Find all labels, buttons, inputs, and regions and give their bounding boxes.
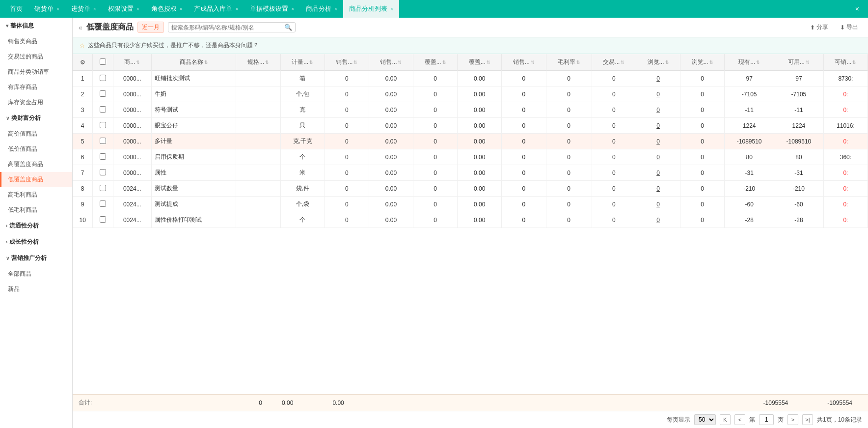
select-all-checkbox[interactable]	[100, 58, 106, 65]
sort-unit-icon[interactable]: ⇅	[309, 60, 313, 65]
sidebar-item-category-sales-rate[interactable]: 商品分类动销率	[0, 64, 72, 80]
sort-browse1-icon[interactable]: ⇅	[665, 60, 669, 65]
table-row: 90024...测试提成个,袋00.0000.0000000-60-600:	[73, 197, 868, 212]
sidebar-item-high-margin[interactable]: 高毛利商品	[0, 187, 72, 202]
sort-coverage2-icon[interactable]: ⇅	[487, 60, 490, 65]
search-input[interactable]	[171, 24, 284, 31]
table-cell[interactable]	[93, 165, 113, 181]
sort-coverage1-icon[interactable]: ⇅	[442, 60, 446, 65]
col-checkbox-header[interactable]	[93, 54, 113, 71]
row-checkbox[interactable]	[100, 185, 106, 191]
table-cell: 0	[592, 134, 636, 149]
page-of-label: 页	[778, 416, 784, 424]
share-button[interactable]: ⬆ 分享	[806, 22, 832, 33]
sort-current-icon[interactable]: ⇅	[756, 60, 760, 65]
table-cell: 0	[413, 149, 458, 165]
export-button[interactable]: ⬇ 导出	[836, 22, 862, 33]
sort-code-icon[interactable]: ⇅	[136, 60, 140, 65]
sidebar-section-growth[interactable]: › 成长性分析	[0, 234, 72, 250]
sort-sales-qty-icon[interactable]: ⇅	[353, 60, 357, 65]
close-finished-goods-icon[interactable]: ×	[235, 6, 238, 12]
table-cell[interactable]	[93, 118, 113, 134]
row-checkbox[interactable]	[100, 138, 106, 144]
close-product-analysis-list-icon[interactable]: ×	[390, 6, 393, 12]
table-cell: 0	[680, 102, 725, 118]
last-page-button[interactable]: >|	[802, 414, 813, 425]
sidebar-item-stock-products[interactable]: 有库存商品	[0, 80, 72, 95]
sidebar-item-traded-products[interactable]: 交易过的商品	[0, 49, 72, 64]
sort-sales-amt-icon[interactable]: ⇅	[398, 60, 402, 65]
per-page-select[interactable]: 50	[694, 414, 716, 425]
table-cell: 0	[413, 118, 458, 134]
sidebar-item-low-value[interactable]: 低价值商品	[0, 142, 72, 157]
table-cell[interactable]	[93, 134, 113, 149]
sort-sales-data-icon[interactable]: ⇅	[531, 60, 535, 65]
expand-marketing-icon: ∨	[6, 256, 9, 261]
per-page-label: 每页显示	[667, 416, 690, 424]
close-purchase-order-icon[interactable]: ×	[93, 6, 96, 12]
sidebar-item-sales-products[interactable]: 销售类商品	[0, 34, 72, 49]
page-number-input[interactable]	[759, 414, 774, 425]
table-cell: 0.00	[369, 212, 413, 228]
table-cell: 属性价格打印测试	[152, 212, 236, 228]
table-cell[interactable]	[93, 149, 113, 165]
sort-transaction-icon[interactable]: ⇅	[621, 60, 624, 65]
sidebar-item-high-value[interactable]: 高价值商品	[0, 126, 72, 142]
sidebar-item-high-coverage[interactable]: 高覆盖度商品	[0, 157, 72, 172]
sort-saleable-icon[interactable]: ⇅	[852, 60, 856, 65]
table-cell	[236, 149, 280, 165]
nav-purchase-order[interactable]: 进货单 ×	[65, 0, 102, 18]
close-product-analysis-icon[interactable]: ×	[334, 6, 337, 12]
nav-permission-settings[interactable]: 权限设置 ×	[102, 0, 145, 18]
sidebar-section-marketing[interactable]: ∨ 营销推广分析	[0, 250, 72, 266]
sort-name-icon[interactable]: ⇅	[204, 60, 208, 65]
time-filter-button[interactable]: 近一月	[137, 22, 164, 33]
sidebar-item-low-margin[interactable]: 低毛利商品	[0, 202, 72, 218]
sort-available-icon[interactable]: ⇅	[806, 60, 810, 65]
close-permission-icon[interactable]: ×	[136, 6, 139, 12]
close-role-auth-icon[interactable]: ×	[180, 6, 183, 12]
sidebar-section-circulation[interactable]: › 流通性分析	[0, 218, 72, 234]
table-cell[interactable]	[93, 86, 113, 102]
table-cell[interactable]	[93, 102, 113, 118]
next-page-button[interactable]: >	[787, 414, 798, 425]
row-checkbox[interactable]	[100, 106, 106, 113]
close-template-icon[interactable]: ×	[291, 6, 294, 12]
row-checkbox[interactable]	[100, 153, 106, 160]
table-cell: 7	[73, 165, 93, 181]
nav-role-auth[interactable]: 角色授权 ×	[145, 0, 189, 18]
nav-sales-order[interactable]: 销货单 ×	[28, 0, 65, 18]
table-cell: -210	[774, 181, 824, 197]
close-sales-order-icon[interactable]: ×	[56, 6, 59, 12]
sidebar-item-all-products[interactable]: 全部商品	[0, 266, 72, 282]
table-cell: 0	[413, 212, 458, 228]
nav-product-analysis[interactable]: 商品分析 ×	[300, 0, 343, 18]
sidebar-item-new-products[interactable]: 新品	[0, 282, 72, 297]
sort-gross-margin-icon[interactable]: ⇅	[576, 60, 580, 65]
prev-page-button[interactable]: <	[734, 414, 745, 425]
row-checkbox[interactable]	[100, 75, 106, 81]
row-checkbox[interactable]	[100, 122, 106, 128]
nav-template-settings[interactable]: 单据模板设置 ×	[244, 0, 300, 18]
sort-browse2-icon[interactable]: ⇅	[709, 60, 713, 65]
nav-home[interactable]: 首页	[4, 0, 28, 18]
row-checkbox[interactable]	[100, 216, 106, 223]
sidebar-section-wealth-analysis[interactable]: ∨ 类财富分析	[0, 110, 72, 126]
col-settings[interactable]: ⚙	[73, 54, 93, 71]
sort-spec-icon[interactable]: ⇅	[265, 60, 269, 65]
table-cell[interactable]	[93, 71, 113, 86]
nav-product-analysis-list[interactable]: 商品分析列表 ×	[343, 0, 399, 18]
table-cell[interactable]	[93, 197, 113, 212]
first-page-button[interactable]: K	[720, 414, 731, 425]
window-close-button[interactable]: ×	[850, 5, 864, 13]
collapse-sidebar-button[interactable]: «	[79, 24, 82, 31]
sidebar-item-stock-capital[interactable]: 库存资金占用	[0, 95, 72, 110]
row-checkbox[interactable]	[100, 200, 106, 207]
table-cell[interactable]	[93, 181, 113, 197]
table-cell[interactable]	[93, 212, 113, 228]
nav-finished-goods[interactable]: 产成品入库单 ×	[188, 0, 244, 18]
row-checkbox[interactable]	[100, 90, 106, 97]
sidebar-section-overall[interactable]: ▾ 整体信息	[0, 18, 72, 34]
sidebar-item-low-coverage[interactable]: 低覆盖度商品	[0, 172, 72, 187]
row-checkbox[interactable]	[100, 169, 106, 175]
